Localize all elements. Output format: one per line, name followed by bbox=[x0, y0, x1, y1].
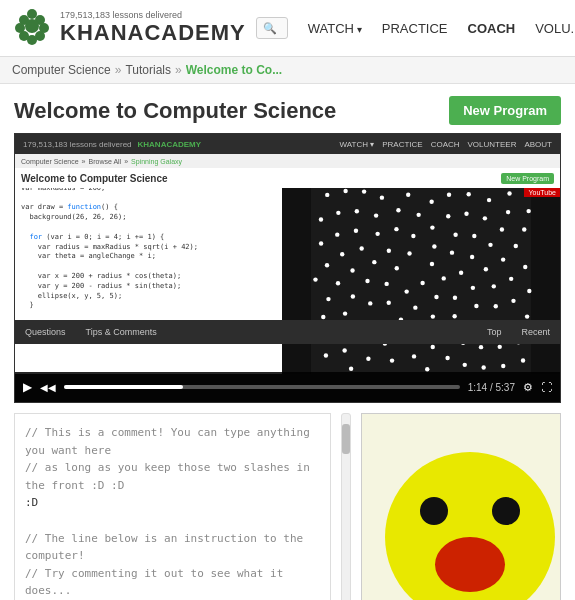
code-line-6 bbox=[21, 223, 276, 233]
progress-bar[interactable] bbox=[64, 385, 460, 389]
mini-title-bar: Welcome to Computer Science New Program bbox=[15, 168, 560, 188]
svg-point-25 bbox=[394, 227, 398, 231]
video-container: 179,513,183 lessons delivered KHANACADEM… bbox=[14, 133, 561, 403]
svg-point-33 bbox=[375, 232, 379, 236]
svg-point-62 bbox=[340, 252, 344, 256]
new-program-button[interactable]: New Program bbox=[449, 96, 561, 125]
svg-point-14 bbox=[432, 244, 436, 248]
svg-point-108 bbox=[522, 227, 526, 231]
svg-point-18 bbox=[405, 289, 409, 293]
questions-tab[interactable]: Questions bbox=[15, 323, 76, 341]
scrollbar-thumb[interactable] bbox=[342, 424, 350, 454]
search-bar[interactable]: 🔍 bbox=[256, 17, 288, 39]
settings-icon[interactable]: ⚙ bbox=[523, 381, 533, 394]
video-inner: 179,513,183 lessons delivered KHANACADEM… bbox=[15, 134, 560, 374]
svg-point-30 bbox=[417, 213, 421, 217]
breadcrumb-cs[interactable]: Computer Science bbox=[12, 63, 111, 77]
nav-practice[interactable]: PRACTICE bbox=[372, 15, 458, 42]
svg-point-37 bbox=[471, 286, 475, 290]
mini-title-text: Welcome to Computer Science bbox=[21, 173, 168, 184]
svg-point-58 bbox=[492, 284, 496, 288]
code-line-12: var y = 200 - radius * sin(theta); bbox=[21, 282, 276, 292]
recent-label: Recent bbox=[511, 323, 560, 341]
code-lines: // The radius of the circle var maxRadiu… bbox=[21, 174, 276, 341]
svg-point-48 bbox=[464, 212, 468, 216]
svg-point-12 bbox=[407, 251, 411, 255]
svg-point-117 bbox=[342, 348, 346, 352]
svg-point-91 bbox=[326, 297, 330, 301]
editor-line-6: // Try commenting it out to see what it … bbox=[25, 565, 320, 600]
nav-volunteer[interactable]: VOLU... bbox=[525, 15, 575, 42]
logo-text-area: 179,513,183 lessons delivered KHANACADEM… bbox=[60, 10, 246, 46]
nav-links: WATCH PRACTICE COACH VOLU... bbox=[298, 15, 575, 42]
scrollbar-vertical[interactable] bbox=[341, 413, 351, 600]
logo-name: KHANACADEMY bbox=[60, 20, 246, 46]
svg-point-87 bbox=[514, 244, 518, 248]
tips-comments-tab[interactable]: Tips & Comments bbox=[76, 323, 167, 341]
svg-point-75 bbox=[335, 232, 339, 236]
code-line-4: var draw = function() { bbox=[21, 203, 276, 213]
svg-point-115 bbox=[507, 191, 511, 195]
svg-point-129 bbox=[501, 364, 505, 368]
svg-point-28 bbox=[372, 260, 376, 264]
rewind-button[interactable]: ◀◀ bbox=[40, 382, 56, 393]
svg-point-32 bbox=[470, 255, 474, 259]
svg-point-70 bbox=[336, 281, 340, 285]
svg-point-118 bbox=[325, 193, 329, 197]
mini-new-program: New Program bbox=[501, 173, 554, 184]
mini-bc-browse: Browse All bbox=[89, 158, 122, 165]
mini-bc-sep2: » bbox=[124, 158, 128, 165]
fullscreen-icon[interactable]: ⛶ bbox=[541, 381, 552, 393]
svg-point-1 bbox=[27, 9, 37, 19]
mini-nav-volunteer: VOLUNTEER bbox=[468, 140, 517, 149]
svg-point-120 bbox=[525, 314, 529, 318]
mini-breadcrumb: Computer Science » Browse All » Spinning… bbox=[15, 154, 560, 168]
svg-point-122 bbox=[482, 365, 486, 369]
breadcrumb-tutorials[interactable]: Tutorials bbox=[125, 63, 171, 77]
svg-point-20 bbox=[387, 248, 391, 252]
svg-point-80 bbox=[362, 189, 366, 193]
smiley-face bbox=[385, 452, 555, 600]
svg-point-94 bbox=[390, 358, 394, 362]
nav-watch[interactable]: WATCH bbox=[298, 15, 372, 42]
mini-bc-cs: Computer Science bbox=[21, 158, 79, 165]
play-button[interactable]: ▶ bbox=[23, 380, 32, 394]
code-line-8: var radius = maxRadius * sqrt(i + 42); bbox=[21, 243, 276, 253]
svg-point-22 bbox=[430, 225, 434, 229]
code-line-11: var x = 200 + radius * cos(theta); bbox=[21, 272, 276, 282]
code-line-5: background(26, 26, 26); bbox=[21, 213, 276, 223]
mini-nav: WATCH ▾ PRACTICE COACH VOLUNTEER ABOUT bbox=[340, 140, 552, 149]
svg-point-96 bbox=[319, 241, 323, 245]
nav-coach[interactable]: COACH bbox=[458, 15, 526, 42]
svg-point-31 bbox=[387, 301, 391, 305]
svg-point-134 bbox=[521, 358, 525, 362]
svg-point-112 bbox=[321, 315, 325, 319]
code-editor[interactable]: // This is a comment! You can type anyth… bbox=[14, 413, 331, 600]
progress-fill bbox=[64, 385, 183, 389]
eye-right bbox=[492, 497, 520, 525]
svg-point-59 bbox=[380, 195, 384, 199]
svg-point-17 bbox=[411, 234, 415, 238]
svg-point-29 bbox=[453, 296, 457, 300]
svg-point-35 bbox=[446, 214, 450, 218]
svg-point-5 bbox=[25, 19, 39, 33]
code-line-7: for (var i = 0; i = 4; i += 1) { bbox=[21, 233, 276, 243]
svg-point-95 bbox=[506, 210, 510, 214]
editor-line-5: // The line below is an instruction to t… bbox=[25, 530, 320, 565]
svg-point-54 bbox=[354, 229, 358, 233]
logo-area[interactable]: 179,513,183 lessons delivered KHANACADEM… bbox=[10, 6, 246, 50]
svg-point-51 bbox=[406, 193, 410, 197]
svg-point-130 bbox=[324, 353, 328, 357]
svg-point-71 bbox=[494, 304, 498, 308]
search-icon: 🔍 bbox=[263, 22, 277, 35]
svg-point-127 bbox=[349, 367, 353, 371]
svg-point-26 bbox=[413, 305, 417, 309]
svg-point-21 bbox=[434, 295, 438, 299]
logo-icon bbox=[10, 6, 54, 50]
svg-point-43 bbox=[430, 200, 434, 204]
page-title: Welcome to Computer Science bbox=[14, 98, 336, 124]
mouth bbox=[435, 537, 505, 592]
svg-point-107 bbox=[366, 357, 370, 361]
mini-nav-about: ABOUT bbox=[524, 140, 552, 149]
breadcrumb-sep2: » bbox=[175, 63, 182, 77]
